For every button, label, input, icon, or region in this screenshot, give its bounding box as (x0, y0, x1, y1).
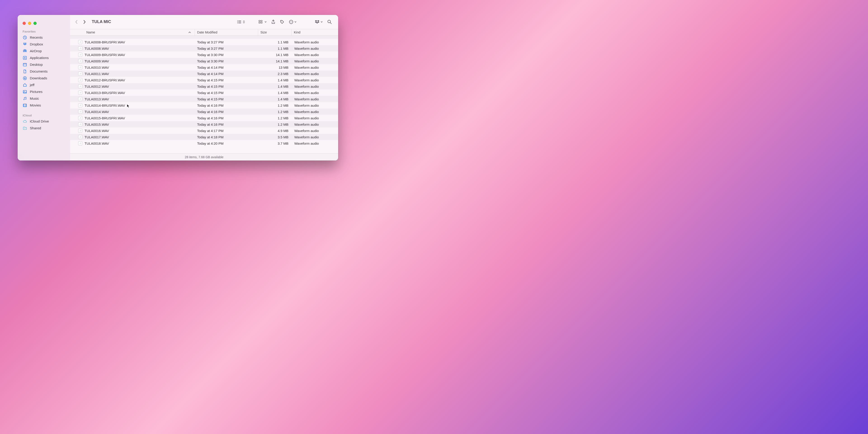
file-date: Today at 4:14 PM (197, 72, 223, 76)
file-name: TULA0014.WAV (85, 110, 109, 114)
table-row[interactable]: TULA0015.WAVToday at 4:16 PM1.2 MBWavefo… (70, 121, 338, 127)
sidebar-item-shared[interactable]: Shared (18, 125, 70, 131)
svg-point-7 (24, 91, 25, 92)
sidebar-item-music[interactable]: Music (18, 95, 70, 102)
pictures-icon (23, 90, 27, 94)
file-name: TULA0016.WAV (85, 129, 109, 133)
file-list[interactable]: TULA0008-BRUSFRI.WAVToday at 3:27 PM1.1 … (70, 36, 338, 153)
file-name: TULA0011.WAV (85, 72, 109, 76)
tags-button[interactable] (278, 18, 287, 26)
file-kind: Waveform audio (294, 78, 319, 82)
svg-point-50 (81, 87, 81, 87)
sidebar-item-documents[interactable]: Documents (18, 68, 70, 75)
file-date: Today at 4:16 PM (197, 123, 223, 126)
file-kind: Waveform audio (294, 40, 319, 44)
column-header-kind[interactable]: Kind (291, 29, 338, 35)
audio-file-icon (78, 65, 82, 69)
sidebar-item-recents[interactable]: Recents (18, 34, 70, 41)
view-list-button[interactable] (235, 18, 247, 26)
svg-point-63 (80, 131, 80, 131)
table-row[interactable]: TULA0014.WAVToday at 4:16 PM1.2 MBWavefo… (70, 108, 338, 115)
table-row[interactable]: TULA0008.WAVToday at 3:27 PM1.1 MBWavefo… (70, 45, 338, 52)
file-date: Today at 4:15 PM (197, 85, 223, 88)
table-row[interactable]: TULA0009-BRUSFRI.WAVToday at 3:30 PM14.1… (70, 52, 338, 58)
sidebar-item-pictures[interactable]: Pictures (18, 88, 70, 95)
home-icon (23, 83, 27, 87)
table-row[interactable]: TULA0014-BRUSFRI.WAVToday at 4:16 PM1.2 … (70, 102, 338, 108)
svg-rect-6 (23, 90, 26, 93)
table-row[interactable]: TULA0013-BRUSFRI.WAVToday at 4:15 PM1.4 … (70, 90, 338, 96)
file-size: 1.1 MB (278, 46, 288, 51)
audio-file-icon (78, 103, 82, 107)
file-date: Today at 3:27 PM (197, 46, 223, 51)
svg-rect-25 (259, 22, 260, 23)
search-button[interactable] (325, 18, 334, 26)
file-size: 3.7 MB (278, 142, 288, 145)
audio-file-icon (78, 97, 82, 101)
sidebar-item-airdrop[interactable]: AirDrop (18, 48, 70, 55)
more-button[interactable] (287, 18, 299, 26)
share-button[interactable] (269, 18, 278, 26)
svg-point-67 (80, 144, 80, 144)
file-name: TULA0015-BRUSFRI.WAV (85, 116, 125, 120)
file-name: TULA0013-BRUSFRI.WAV (85, 91, 125, 95)
table-row[interactable]: TULA0012-BRUSFRI.WAVToday at 4:15 PM1.4 … (70, 77, 338, 83)
sidebar-item-jeff[interactable]: jeff (18, 82, 70, 88)
svg-point-44 (81, 68, 81, 68)
svg-point-41 (80, 61, 80, 62)
sidebar-item-icloud-drive[interactable]: iCloud Drive (18, 118, 70, 125)
sidebar-item-downloads[interactable]: Downloads (18, 75, 70, 82)
svg-point-30 (290, 22, 290, 22)
column-header-date[interactable]: Date Modified (195, 29, 258, 35)
column-header-name[interactable]: Name (70, 29, 195, 35)
sidebar-item-label: AirDrop (30, 49, 42, 53)
table-row[interactable]: TULA0015-BRUSFRI.WAVToday at 4:16 PM1.2 … (70, 115, 338, 121)
svg-point-39 (80, 55, 80, 56)
forward-button[interactable] (81, 18, 89, 26)
sidebar-item-label: Downloads (30, 76, 47, 80)
table-row[interactable]: TULA0018.WAVToday at 4:20 PM3.7 MBWavefo… (70, 140, 338, 147)
sidebar: Favorites RecentsDropboxAirDropApplicati… (18, 15, 70, 160)
sidebar-item-movies[interactable]: Movies (18, 102, 70, 109)
group-button[interactable] (256, 18, 269, 26)
table-row[interactable]: TULA0016.WAVToday at 4:17 PM4.9 MBWavefo… (70, 127, 338, 134)
sidebar-item-applications[interactable]: Applications (18, 55, 70, 61)
minimize-button[interactable] (28, 22, 31, 25)
file-size: 1.1 MB (278, 40, 288, 44)
sidebar-item-dropbox[interactable]: Dropbox (18, 41, 70, 48)
file-kind: Waveform audio (294, 85, 319, 88)
back-button[interactable] (72, 18, 81, 26)
close-button[interactable] (23, 22, 26, 25)
dropbox-button[interactable] (312, 18, 325, 26)
table-row[interactable]: TULA0008-BRUSFRI.WAVToday at 3:27 PM1.1 … (70, 39, 338, 45)
file-kind: Waveform audio (294, 97, 319, 101)
file-date: Today at 3:30 PM (197, 53, 223, 57)
svg-point-45 (80, 74, 80, 74)
audio-file-icon (78, 135, 82, 139)
file-kind: Waveform audio (294, 103, 319, 107)
file-size: 2.3 MB (278, 72, 288, 76)
table-row[interactable]: TULA0010.WAVToday at 4:14 PM13 MBWavefor… (70, 64, 338, 70)
sidebar-item-desktop[interactable]: Desktop (18, 61, 70, 68)
column-header-kind-label: Kind (294, 31, 301, 34)
finder-window: Favorites RecentsDropboxAirDropApplicati… (18, 15, 338, 160)
table-row[interactable]: TULA0012.WAVToday at 4:15 PM1.4 MBWavefo… (70, 83, 338, 90)
file-kind: Waveform audio (294, 91, 319, 95)
audio-file-icon (78, 59, 82, 63)
svg-point-52 (81, 93, 81, 93)
column-header-size[interactable]: Size (258, 29, 291, 35)
table-row[interactable]: TULA0009.WAVToday at 3:30 PM14.1 MBWavef… (70, 58, 338, 64)
sidebar-item-label: Pictures (30, 90, 42, 94)
table-row[interactable]: TULA0011.WAVToday at 4:14 PM2.3 MBWavefo… (70, 70, 338, 77)
table-row[interactable]: TULA0017.WAVToday at 4:18 PM3.5 MBWavefo… (70, 134, 338, 140)
main-pane: TULA MIC (70, 15, 338, 160)
table-row[interactable] (70, 36, 338, 39)
zoom-button[interactable] (33, 22, 37, 25)
audio-file-icon (78, 141, 82, 145)
file-name: TULA0014-BRUSFRI.WAV (85, 103, 125, 107)
svg-point-47 (80, 81, 80, 81)
table-row[interactable]: TULA0013.WAVToday at 4:15 PM1.4 MBWavefo… (70, 96, 338, 102)
chevron-down-icon (294, 21, 297, 23)
file-kind: Waveform audio (294, 123, 319, 126)
audio-file-icon (78, 72, 82, 76)
